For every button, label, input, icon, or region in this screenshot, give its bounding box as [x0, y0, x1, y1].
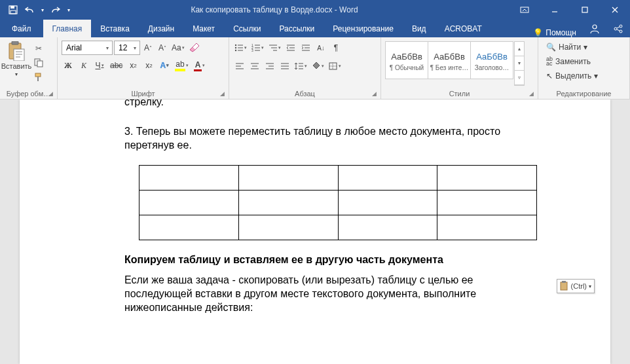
multilevel-list-button[interactable]: ▾ — [267, 41, 282, 55]
borders-button[interactable]: ▾ — [327, 59, 343, 73]
close-button[interactable] — [600, 0, 630, 20]
save-button[interactable] — [5, 2, 21, 18]
svg-rect-63 — [561, 282, 567, 290]
font-size-combo[interactable]: 12▾ — [114, 41, 140, 55]
shading-button[interactable]: ▾ — [310, 59, 325, 73]
align-center-button[interactable] — [248, 59, 261, 73]
svg-point-26 — [235, 47, 236, 48]
tab-acrobat[interactable]: ACROBAT — [435, 20, 491, 37]
group-label: Редактирование — [541, 88, 627, 99]
tab-view[interactable]: Вид — [403, 20, 435, 37]
bullets-button[interactable]: ▾ — [233, 41, 248, 55]
line-spacing-button[interactable]: ▾ — [293, 59, 308, 73]
svg-rect-22 — [35, 73, 41, 77]
heading[interactable]: Копируем таблицу и вставляем ее в другую… — [124, 253, 506, 267]
style-heading1[interactable]: АаБбВв Заголово… — [470, 41, 513, 79]
paragraph[interactable]: 3. Теперь вы можете переместить таблицу … — [124, 125, 506, 153]
ribbon: Вставить ▾ ✂ Буфер обм…◢ Arial▾ 12▾ A˄ A… — [0, 37, 630, 100]
dialog-launcher[interactable]: ◢ — [372, 90, 377, 97]
share-button[interactable] — [606, 20, 630, 37]
style-gallery-more[interactable]: ▴▾▿ — [514, 41, 525, 86]
group-font: Arial▾ 12▾ A˄ A˅ Aa▾ Ж К Ч▾ abc x2 x2 A▾… — [58, 37, 229, 99]
tab-mailings[interactable]: Рассылки — [270, 20, 324, 37]
subscript-button[interactable]: x2 — [126, 58, 139, 73]
document-area[interactable]: стрелку. 3. Теперь вы можете переместить… — [0, 100, 630, 364]
format-painter-button[interactable] — [33, 71, 45, 83]
justify-button[interactable] — [278, 59, 291, 73]
ribbon-options-button[interactable] — [510, 0, 540, 20]
minimize-button[interactable] — [540, 0, 570, 20]
tab-review[interactable]: Рецензирование — [324, 20, 403, 37]
tab-file[interactable]: Файл — [0, 20, 43, 37]
clipboard-icon — [560, 281, 569, 291]
svg-point-8 — [593, 25, 597, 29]
underline-button[interactable]: Ч▾ — [93, 58, 106, 73]
window-controls — [470, 0, 630, 20]
paste-button[interactable]: Вставить ▾ — [3, 39, 30, 88]
font-color-button[interactable]: A▾ — [193, 58, 207, 73]
clipboard-icon — [7, 41, 26, 61]
show-marks-button[interactable]: ¶ — [329, 41, 343, 55]
paragraph[interactable]: стрелку. — [124, 100, 506, 109]
find-button[interactable]: 🔍 Найти ▾ — [544, 41, 601, 54]
italic-button[interactable]: К — [77, 58, 90, 73]
text-effects-button[interactable]: A▾ — [158, 58, 171, 73]
change-case-button[interactable]: Aa▾ — [170, 41, 186, 55]
tab-home[interactable]: Главная — [43, 20, 92, 37]
style-normal[interactable]: АаБбВв ¶ Обычный — [385, 41, 428, 79]
tab-design[interactable]: Дизайн — [139, 20, 183, 37]
account-button[interactable] — [583, 20, 606, 37]
chevron-down-icon: ▾ — [15, 71, 18, 77]
font-name-combo[interactable]: Arial▾ — [62, 41, 113, 55]
document-table[interactable] — [139, 165, 537, 240]
copy-button[interactable] — [33, 57, 45, 69]
svg-point-24 — [235, 45, 236, 46]
shrink-font-button[interactable]: A˅ — [156, 41, 169, 55]
bold-button[interactable]: Ж — [62, 58, 75, 73]
maximize-button[interactable] — [570, 0, 600, 20]
page: стрелку. 3. Теперь вы можете переместить… — [20, 100, 610, 364]
dialog-launcher[interactable]: ◢ — [48, 90, 53, 97]
qat-customize[interactable]: ▾ — [64, 2, 73, 18]
svg-rect-3 — [521, 7, 528, 12]
highlight-button[interactable]: ab▾ — [174, 58, 189, 73]
tab-layout[interactable]: Макет — [183, 20, 224, 37]
account-area[interactable] — [470, 0, 510, 20]
redo-button[interactable] — [47, 2, 63, 18]
undo-button[interactable] — [22, 2, 38, 18]
dialog-launcher[interactable]: ◢ — [220, 90, 225, 97]
style-no-spacing[interactable]: АаБбВв ¶ Без инте… — [428, 41, 471, 79]
group-label: Абзац◢ — [232, 88, 378, 99]
tab-insert[interactable]: Вставка — [91, 20, 139, 37]
cut-button[interactable]: ✂ — [33, 43, 45, 54]
increase-indent-button[interactable] — [299, 41, 312, 55]
paragraph[interactable]: Если же ваша задача - скопировать (или в… — [124, 274, 506, 314]
dialog-launcher[interactable]: ◢ — [529, 90, 534, 97]
select-button[interactable]: ↖ Выделить ▾ — [544, 69, 601, 82]
replace-button[interactable]: abac Заменить — [544, 55, 601, 68]
search-icon: 🔍 — [546, 43, 556, 52]
paste-options-popup[interactable]: (Ctrl) ▾ — [557, 279, 595, 293]
svg-rect-21 — [37, 61, 43, 67]
ribbon-tabs: Файл Главная Вставка Дизайн Макет Ссылки… — [0, 20, 630, 37]
strikethrough-button[interactable]: abc — [109, 58, 124, 73]
svg-rect-5 — [582, 7, 587, 12]
svg-point-11 — [620, 30, 622, 33]
undo-dropdown[interactable]: ▾ — [39, 2, 46, 18]
sort-button[interactable]: A↓ — [314, 41, 327, 55]
decrease-indent-button[interactable] — [284, 41, 297, 55]
align-left-button[interactable] — [233, 59, 246, 73]
grow-font-button[interactable]: A˄ — [141, 41, 155, 55]
superscript-button[interactable]: x2 — [142, 58, 155, 73]
replace-icon: abac — [546, 57, 553, 66]
style-gallery: АаБбВв ¶ Обычный АаБбВв ¶ Без инте… АаБб… — [384, 39, 526, 88]
tab-references[interactable]: Ссылки — [224, 20, 270, 37]
clear-formatting-button[interactable] — [187, 41, 200, 55]
group-styles: АаБбВв ¶ Обычный АаБбВв ¶ Без инте… АаБб… — [381, 37, 538, 99]
align-right-button[interactable] — [263, 59, 276, 73]
window-title: Как скопировать таблицу в Ворде.docx - W… — [79, 5, 470, 14]
lightbulb-icon: 💡 — [533, 28, 543, 37]
tell-me[interactable]: 💡 Помощн — [527, 28, 583, 37]
numbering-button[interactable]: 123▾ — [250, 41, 265, 55]
quick-access-toolbar: ▾ ▾ — [0, 2, 79, 18]
